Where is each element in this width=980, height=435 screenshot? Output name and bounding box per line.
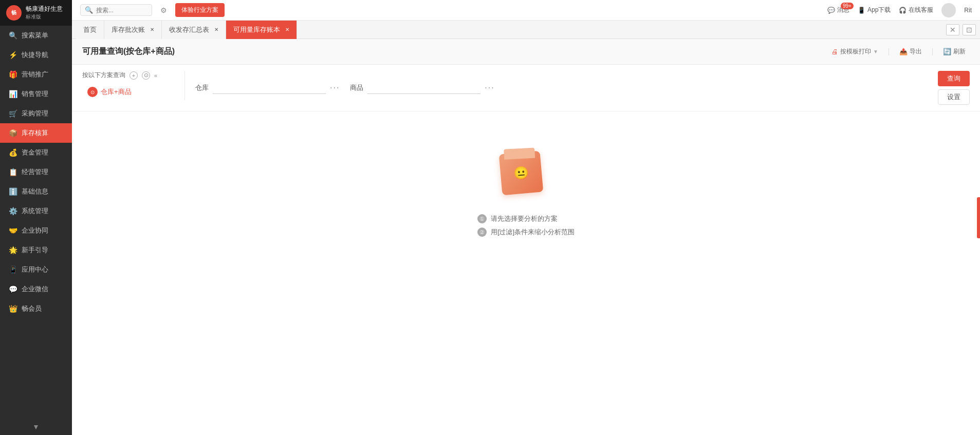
empty-tips: ① 请先选择要分析的方案 ② 用[过滤]条件来缩小分析范围 [477,214,575,237]
sidebar-item-purchase[interactable]: 🛒采购管理 [0,104,72,123]
goods-input[interactable] [367,82,480,94]
sidebar-item-label: 应用中心 [22,265,48,274]
avatar[interactable] [941,3,956,17]
sidebar-item-finance[interactable]: 💰资金管理 [0,143,72,162]
sidebar-item-search[interactable]: 🔍搜索菜单 [0,26,72,45]
sidebar-item-label: 企业协同 [22,226,48,235]
topbar-search-box[interactable]: 🔍 [80,4,152,16]
warehouse-more-icon[interactable]: ··· [330,83,340,92]
close-window-button[interactable]: ✕ [946,24,959,35]
sidebar-item-newuser[interactable]: 🌟新手引导 [0,240,72,260]
sidebar-scroll-down[interactable]: ▼ [0,419,72,435]
settings-button[interactable]: 设置 [938,89,970,105]
collapse-icon[interactable]: « [154,72,157,79]
enterprise-icon: 🤝 [8,226,17,235]
page-title: 可用量查询(按仓库+商品) [82,46,175,57]
page-content: 可用量查询(按仓库+商品) 🖨 按模板打印 ▼ 📤 导出 🔄 刷新 [72,39,980,435]
tab-close-available[interactable]: ✕ [285,27,289,32]
tab-summary[interactable]: 收发存汇总表✕ [162,21,226,39]
newuser-icon: 🌟 [8,246,17,254]
tab-label-available: 可用量库存账本 [233,25,280,34]
scroll-indicator [977,197,980,238]
goods-label: 商品 [350,83,363,92]
member-icon: 👑 [8,305,17,313]
tab-label-batch: 库存批次账 [112,25,145,34]
empty-state: 😐 ① 请先选择要分析的方案 ② 用[过滤]条件来缩小分析范围 [72,111,980,278]
export-button[interactable]: 📤 导出 [895,45,926,58]
tab-batch[interactable]: 库存批次账✕ [104,21,162,39]
sidebar-item-sales[interactable]: 📊销售管理 [0,84,72,104]
sidebar-item-label: 畅会员 [22,304,42,313]
tab-bar: 首页库存批次账✕收发存汇总表✕可用量库存账本✕ ✕ ⊡ [72,21,980,39]
tab-available[interactable]: 可用量库存账本✕ [226,21,297,39]
sidebar-item-appcenter[interactable]: 📱应用中心 [0,260,72,279]
print-icon: 🖨 [831,48,838,55]
sidebar-item-label: 销售管理 [22,89,48,99]
settings-scheme-icon[interactable]: ⊙ [142,71,150,80]
sidebar-item-label: 基础信息 [22,187,48,196]
goods-filter: 商品 ··· [350,82,494,94]
filter-scheme-item[interactable]: ⊙ 仓库+商品 [82,84,176,100]
sidebar-item-system[interactable]: ⚙️系统管理 [0,201,72,221]
sidebar-item-member[interactable]: 👑畅会员 [0,299,72,318]
query-button[interactable]: 查询 [938,71,970,86]
add-scheme-icon[interactable]: + [130,71,138,80]
filter-area: 按以下方案查询 + ⊙ « ⊙ 仓库+商品 仓库 ··· [72,65,980,111]
sidebar-nav: 🔍搜索菜单⚡快捷导航🎁营销推广📊销售管理🛒采购管理📦库存核算💰资金管理📋经营管理… [0,26,72,419]
gear-icon[interactable]: ⚙ [158,4,169,16]
maximize-window-button[interactable]: ⊡ [963,24,976,35]
tip-num-2: ② [477,228,487,237]
sidebar-item-label: 新手引导 [22,245,48,255]
tab-home[interactable]: 首页 [76,21,104,39]
sidebar-item-label: 搜索菜单 [22,31,48,40]
sidebar-item-label: 采购管理 [22,109,48,118]
divider [889,48,889,55]
trial-button[interactable]: 体验行业方案 [175,3,225,17]
sidebar-item-label: 库存核算 [22,128,48,138]
app-download-button[interactable]: 📱 App下载 [858,6,891,14]
basic-icon: ℹ️ [8,187,17,196]
scheme-icon: ⊙ [87,87,98,97]
warehouse-input[interactable] [213,82,326,94]
message-button[interactable]: 💬 消息 99+ [827,6,849,14]
sidebar-item-enterprise[interactable]: 🤝企业协同 [0,221,72,240]
tip-num-1: ① [477,214,487,223]
headset-icon: 🎧 [899,7,907,14]
search-icon: 🔍 [8,31,17,40]
online-service-button[interactable]: 🎧 在线客服 [899,6,933,14]
tab-close-batch[interactable]: ✕ [150,27,154,32]
empty-box-face: 😐 [512,165,529,181]
search-input[interactable] [96,7,147,14]
search-icon: 🔍 [85,6,93,14]
export-icon: 📤 [899,48,908,55]
topbar: 🔍 ⚙ 体验行业方案 💬 消息 99+ 📱 App下载 🎧 在线客服 Rit [72,0,980,21]
sidebar: 畅 畅康通好生意 标准版 🔍搜索菜单⚡快捷导航🎁营销推广📊销售管理🛒采购管理📦库… [0,0,72,435]
filter-scheme-panel: 按以下方案查询 + ⊙ « ⊙ 仓库+商品 [82,71,185,100]
sidebar-item-label: 资金管理 [22,148,48,157]
main-content: 🔍 ⚙ 体验行业方案 💬 消息 99+ 📱 App下载 🎧 在线客服 Rit [72,0,980,435]
sidebar-item-basic[interactable]: ℹ️基础信息 [0,182,72,201]
sidebar-subtitle: 标准版 [26,13,63,21]
empty-tip-2: ② 用[过滤]条件来缩小分析范围 [477,228,575,237]
system-icon: ⚙️ [8,207,17,215]
sidebar-item-label: 经营管理 [22,167,48,177]
sidebar-item-label: 快捷导航 [22,50,48,60]
tab-label-summary: 收发存汇总表 [169,25,209,34]
sidebar-header: 畅 畅康通好生意 标准版 [0,0,72,26]
print-button[interactable]: 🖨 按模板打印 ▼ [827,45,882,58]
marketing-icon: 🎁 [8,70,17,79]
sidebar-item-label: 营销推广 [22,70,48,79]
sidebar-item-inventory[interactable]: 📦库存核算 [0,123,72,143]
window-buttons: ✕ ⊡ [946,24,980,35]
goods-more-icon[interactable]: ··· [485,83,494,92]
refresh-button[interactable]: 🔄 刷新 [939,45,970,58]
tab-close-summary[interactable]: ✕ [214,27,218,32]
sidebar-item-operations[interactable]: 📋经营管理 [0,162,72,182]
sidebar-item-shortcut[interactable]: ⚡快捷导航 [0,45,72,65]
topbar-right: 💬 消息 99+ 📱 App下载 🎧 在线客服 Rit [827,3,972,17]
tabs-container: 首页库存批次账✕收发存汇总表✕可用量库存账本✕ [76,21,297,39]
sidebar-item-wechat[interactable]: 💬企业微信 [0,279,72,299]
wechat-icon: 💬 [8,285,17,293]
username-label[interactable]: Rit [964,7,972,14]
sidebar-item-marketing[interactable]: 🎁营销推广 [0,65,72,84]
